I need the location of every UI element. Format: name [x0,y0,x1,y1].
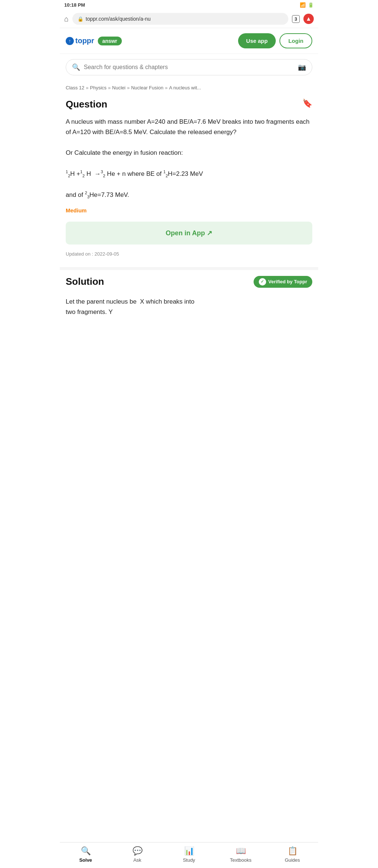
verified-text: Verified by Toppr [268,279,307,284]
search-area: 🔍 📷 [60,54,318,81]
section-divider [60,267,318,270]
login-button[interactable]: Login [279,33,312,48]
question-text-part5: and of 23He=7.73 MeV. [66,189,312,200]
breadcrumb-physics[interactable]: Physics [90,85,107,90]
question-where: where BE of [127,170,162,177]
breadcrumb-nuclear-fusion[interactable]: Nuclear Fusion [131,85,163,90]
browser-home-icon[interactable]: ⌂ [64,15,69,23]
url-bar[interactable]: 🔒 toppr.com/ask/question/a-nu [72,13,288,25]
breadcrumb-sep-3: » [127,85,130,90]
question-header: Question 🔖 [66,99,312,110]
question-text-part1: A nucleus with mass number A=240 and BE/… [66,117,312,137]
toppr-logo-text: toppr [75,37,94,45]
breadcrumb: Class 12 » Physics » Nuclei » Nuclear Fu… [60,81,318,93]
solution-text-start: Let the parent nucleus be X which breaks… [66,297,312,317]
breadcrumb-class12[interactable]: Class 12 [66,85,85,90]
url-text: toppr.com/ask/question/a-nu [86,16,151,22]
toppr-arrow-icon: ↑ [66,37,74,45]
verified-shield-icon: ✓ [259,278,266,286]
camera-icon[interactable]: 📷 [298,63,306,71]
bookmark-icon[interactable]: 🔖 [302,99,312,108]
question-title: Question [66,99,107,110]
header-buttons: Use app Login [238,33,312,48]
search-box[interactable]: 🔍 📷 [66,59,312,75]
status-bar: 10:18 PM 📶 🔋 [60,0,318,10]
search-input[interactable] [84,64,294,71]
difficulty-badge: Medium [66,207,312,213]
solution-text: Let the parent nucleus be X which breaks… [66,297,312,325]
solution-section: Solution ✓ Verified by Toppr Let the par… [60,270,318,325]
verified-badge: ✓ Verified by Toppr [254,276,312,288]
lock-icon: 🔒 [78,16,83,22]
browser-action-icon: ▲ [306,16,312,22]
question-text-part3: 12H +12 H →32 He + n where BE of 12H=2.2… [66,168,312,179]
breadcrumb-nuclei[interactable]: Nuclei [112,85,126,90]
logo-area: ↑ toppr answr [66,37,122,45]
breadcrumb-sep-4: » [165,85,168,90]
status-icons: 📶 🔋 [300,2,314,8]
question-body: A nucleus with mass number A=240 and BE/… [66,117,312,201]
site-header: ↑ toppr answr Use app Login [60,28,318,54]
status-time: 10:18 PM [64,2,85,8]
breadcrumb-sep-2: » [108,85,111,90]
tab-count-badge[interactable]: 3 [292,15,300,23]
toppr-logo: ↑ toppr [66,37,94,45]
main-content: Question 🔖 A nucleus with mass number A=… [60,93,318,257]
answr-badge: answr [98,37,121,45]
use-app-button[interactable]: Use app [238,33,276,48]
breadcrumb-sep-1: » [86,85,89,90]
browser-action-button[interactable]: ▲ [303,14,314,24]
search-icon: 🔍 [72,63,80,71]
open-in-app-button[interactable]: Open in App ↗ [66,222,312,245]
updated-on: Updated on : 2022-09-05 [66,251,312,257]
solution-title: Solution [66,276,104,287]
solution-header: Solution ✓ Verified by Toppr [66,276,312,291]
shield-checkmark: ✓ [261,279,264,284]
browser-bar: ⌂ 🔒 toppr.com/ask/question/a-nu 3 ▲ [60,10,318,28]
breadcrumb-current: A nucleus wit... [169,85,201,90]
question-text-part2: Or Calculate the energy in fusion reacti… [66,148,312,158]
